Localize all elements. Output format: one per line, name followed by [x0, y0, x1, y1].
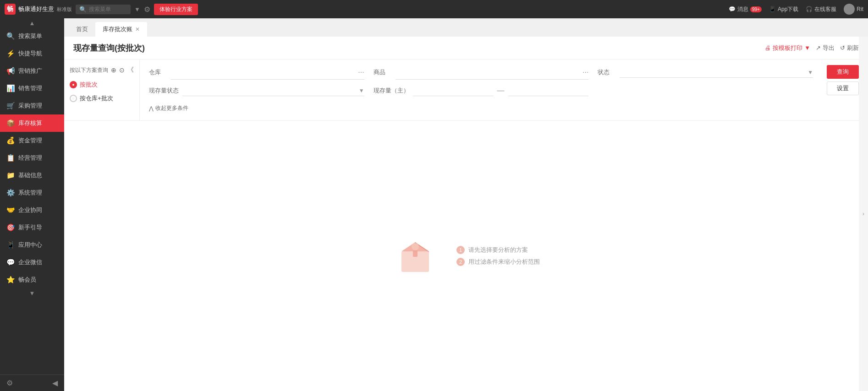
online-service-action[interactable]: 🎧 在线客服 [806, 5, 836, 13]
inventory-status-select[interactable]: ▼ [182, 86, 364, 96]
filter-row-2: 现存量状态 ▼ 现存量（主） [149, 85, 813, 96]
print-dropdown-icon[interactable]: ▼ [804, 44, 810, 51]
sidebar-item-vip[interactable]: ⭐ 畅会员 [0, 271, 64, 288]
export-action[interactable]: ↗ 导出 [816, 44, 835, 52]
search-input[interactable] [89, 6, 126, 12]
sidebar-item-newbie[interactable]: 🎯 新手引导 [0, 219, 64, 236]
sidebar-item-basic[interactable]: 📁 基础信息 [0, 167, 64, 184]
query-button[interactable]: 查询 [827, 65, 859, 79]
empty-tip-1: 1 请先选择要分析的方案 [456, 246, 540, 254]
scheme-add-icon[interactable]: ⊕ [111, 66, 116, 74]
main-layout: ▲ 🔍 搜索菜单 ⚡ 快捷导航 📢 营销推广 📊 销售管理 🛒 采购管理 📦 库… [0, 18, 868, 391]
status-select[interactable]: ▼ [620, 67, 813, 78]
sidebar-label-inventory: 库存核算 [18, 119, 42, 127]
page-header: 现存量查询(按批次) 🖨 按模板打印 ▼ ↗ 导出 ↺ 刷新 [64, 37, 868, 60]
sidebar-item-finance[interactable]: 💰 资金管理 [0, 132, 64, 149]
search-bar[interactable]: 🔍 [76, 5, 131, 14]
search-menu-icon: 🔍 [6, 32, 15, 40]
sidebar-item-system[interactable]: ⚙️ 系统管理 [0, 184, 64, 201]
sidebar-label-enterprise-wechat: 企业微信 [18, 258, 42, 266]
enterprise-icon: 🤝 [6, 206, 15, 214]
sidebar-label-purchase: 采购管理 [18, 102, 42, 110]
finance-icon: 💰 [6, 136, 15, 145]
sidebar-item-search[interactable]: 🔍 搜索菜单 [0, 27, 64, 45]
inventory-qty-min[interactable] [413, 85, 494, 96]
tip-num-1: 1 [456, 246, 465, 254]
quick-nav-icon: ⚡ [6, 49, 15, 58]
search-icon: 🔍 [79, 6, 87, 13]
refresh-icon: ↺ [840, 44, 845, 51]
empty-content: 1 请先选择要分析的方案 2 用过滤条件来缩小分析范围 [392, 233, 540, 279]
message-label: 消息 [737, 5, 748, 13]
empty-svg [392, 233, 438, 279]
header-right: 💬 消息 99+ 📱 App下载 🎧 在线客服 Rit [729, 4, 863, 15]
sidebar-item-marketing[interactable]: 📢 营销推广 [0, 62, 64, 80]
sidebar-label-vip: 畅会员 [18, 276, 36, 284]
header-left: 畅 畅康通好生意 标准版 🔍 ▼ ⚙ 体验行业方案 [5, 4, 198, 15]
page-title: 现存量查询(按批次) [73, 43, 145, 54]
sidebar-item-enterprise[interactable]: 🤝 企业协同 [0, 201, 64, 219]
warehouse-input-wrap[interactable]: ··· [171, 65, 364, 80]
sidebar-item-quick-nav[interactable]: ⚡ 快捷导航 [0, 45, 64, 62]
sidebar-settings-icon[interactable]: ⚙ [6, 379, 13, 387]
sidebar-label-finance: 资金管理 [18, 136, 42, 145]
right-close-panel[interactable]: › [859, 37, 868, 391]
enterprise-wechat-icon: 💬 [6, 258, 15, 266]
export-label: 导出 [823, 44, 835, 52]
filter-row-1: 仓库 ··· 商品 [149, 65, 813, 80]
tab-batch[interactable]: 库存批次账 ✕ [95, 22, 147, 37]
settings-icon[interactable]: ⚙ [144, 5, 150, 14]
scheme-item-batch-label: 按批次 [80, 81, 98, 89]
sidebar-collapse-icon[interactable]: ◀ [52, 379, 58, 387]
inventory-qty-max[interactable] [508, 85, 589, 96]
phone-icon: 📱 [769, 6, 776, 12]
sidebar-item-enterprise-wechat[interactable]: 💬 企业微信 [0, 254, 64, 271]
sidebar-label-marketing: 营销推广 [18, 67, 42, 75]
refresh-action[interactable]: ↺ 刷新 [840, 44, 859, 52]
empty-tips: 1 请先选择要分析的方案 2 用过滤条件来缩小分析范围 [456, 246, 540, 266]
scheme-item-batch[interactable]: ● 按批次 [64, 78, 139, 92]
settings-button[interactable]: 设置 [827, 81, 859, 95]
sidebar-label-newbie: 新手引导 [18, 223, 42, 232]
inventory-qty-label: 现存量（主） [374, 87, 409, 95]
message-action[interactable]: 💬 消息 99+ [729, 5, 762, 13]
sidebar-scroll-down[interactable]: ▼ [0, 288, 64, 298]
tab-home-label: 首页 [76, 26, 88, 33]
sidebar-item-sales[interactable]: 📊 销售管理 [0, 80, 64, 97]
app-download-action[interactable]: 📱 App下载 [769, 5, 798, 13]
app-center-icon: 📱 [6, 241, 15, 249]
warehouse-dots-icon[interactable]: ··· [358, 68, 364, 76]
right-close-icon[interactable]: › [863, 211, 864, 217]
goods-input[interactable] [396, 67, 581, 77]
svg-rect-4 [413, 250, 418, 257]
range-divider: — [497, 87, 505, 95]
content-area: 首页 库存批次账 ✕ 现存量查询(按批次) 🖨 按模板打印 ▼ ↗ [64, 18, 868, 391]
avatar [844, 4, 855, 15]
collapse-button[interactable]: ⋀ 收起更多条件 [149, 102, 813, 115]
warehouse-input[interactable] [171, 67, 356, 77]
tab-close-icon[interactable]: ✕ [135, 26, 140, 33]
warehouse-label: 仓库 [149, 68, 167, 76]
scheme-settings-icon[interactable]: ⊙ [119, 66, 125, 74]
goods-dots-icon[interactable]: ··· [582, 68, 588, 76]
goods-label: 商品 [374, 68, 392, 76]
sidebar-item-inventory[interactable]: 📦 库存核算 [0, 114, 64, 132]
user-action[interactable]: Rit [844, 4, 863, 15]
newbie-icon: 🎯 [6, 223, 15, 232]
sidebar-label-basic: 基础信息 [18, 171, 42, 179]
tab-home[interactable]: 首页 [69, 22, 95, 37]
sidebar-item-purchase[interactable]: 🛒 采购管理 [0, 97, 64, 114]
sidebar-scroll-up[interactable]: ▲ [0, 18, 64, 27]
dropdown-icon[interactable]: ▼ [134, 6, 140, 13]
print-action[interactable]: 🖨 按模板打印 ▼ [765, 44, 810, 52]
tab-batch-label: 库存批次账 [103, 25, 132, 33]
scheme-item-warehouse-batch[interactable]: ○ 按仓库+批次 [64, 92, 139, 105]
sidebar-item-operations[interactable]: 📋 经营管理 [0, 149, 64, 167]
edition-badge: 标准版 [57, 6, 72, 13]
scheme-collapse-icon[interactable]: 《 [127, 66, 134, 74]
trial-button[interactable]: 体验行业方案 [154, 4, 198, 15]
sidebar-item-app-center[interactable]: 📱 应用中心 [0, 236, 64, 254]
refresh-label: 刷新 [847, 44, 859, 52]
goods-input-wrap[interactable]: ··· [396, 65, 589, 80]
basic-icon: 📁 [6, 171, 15, 179]
